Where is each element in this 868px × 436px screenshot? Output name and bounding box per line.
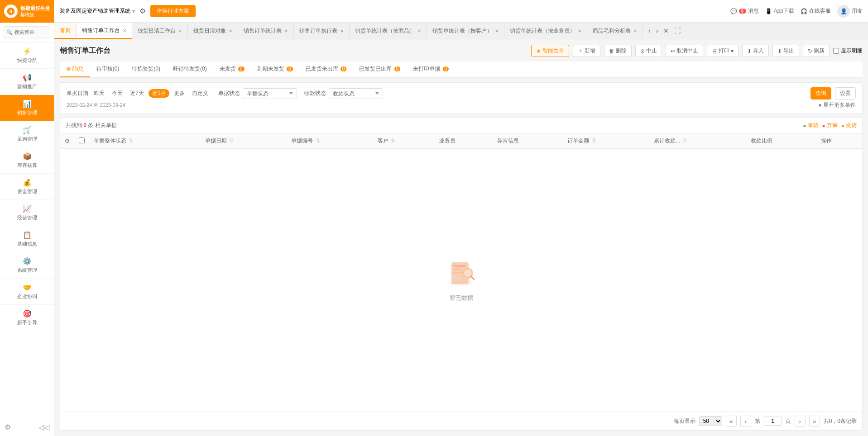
payment-filter-select[interactable]: 收款状态 [329, 88, 383, 99]
tab-sales-by-product[interactable]: 销货单统计表（按商品） ✕ [350, 23, 427, 39]
tab-close-icon[interactable]: ✕ [229, 28, 232, 33]
sort-icon[interactable]: ⇅ [592, 137, 596, 144]
app-download-item[interactable]: 📱 App下载 [765, 7, 794, 15]
unaudit-action-btn[interactable]: ● 弃审 [822, 122, 838, 129]
select-all-checkbox[interactable] [79, 137, 85, 143]
import-button[interactable]: ⬆ 导入 [742, 45, 769, 57]
sidebar-item-label: 销售管理 [17, 109, 37, 116]
smart-gen-button[interactable]: ★ 智能生单 [531, 45, 569, 57]
tabs-scroll-right-icon[interactable]: › [654, 26, 660, 35]
sub-tab-label: 未发货 [220, 66, 236, 72]
tab-close-icon[interactable]: ✕ [340, 28, 344, 33]
tab-cash-daily[interactable]: 钱货日清工作台 ✕ [132, 23, 188, 39]
first-page-button[interactable]: « [726, 416, 737, 427]
date-btn-1month[interactable]: 近1月 [149, 89, 170, 98]
sidebar-item-cooperation[interactable]: 🤝 企业协同 [0, 279, 54, 305]
sidebar-item-sales[interactable]: 📊 销售管理 [0, 95, 54, 121]
sort-icon[interactable]: ⇅ [391, 137, 395, 144]
date-btn-7days[interactable]: 近7天 [127, 89, 147, 98]
date-btn-custom[interactable]: 自定义 [189, 89, 211, 98]
sub-tab-shipped-not-out[interactable]: 已发货未出库 0 [299, 62, 353, 77]
sidebar-item-marketing[interactable]: 📢 营销推广 [0, 69, 54, 95]
sidebar-item-operations[interactable]: 📈 经营管理 [0, 200, 54, 226]
tab-sales-stats[interactable]: 销售订单统计表 ✕ [238, 23, 294, 39]
message-item[interactable]: 💬 6 消息 [730, 7, 759, 15]
tab-sales-by-staff[interactable]: 销货单统计表（按业务员） ✕ [504, 23, 587, 39]
sidebar-item-purchase[interactable]: 🛒 采购管理 [0, 121, 54, 147]
sidebar-item-finance[interactable]: 💰 资金管理 [0, 174, 54, 200]
online-service-item[interactable]: 🎧 在线客服 [801, 7, 831, 15]
settings-filter-button[interactable]: 设置 [835, 87, 856, 100]
topbar-settings-icon[interactable]: ⚙ [139, 7, 146, 15]
date-btn-yesterday[interactable]: 昨天 [91, 89, 107, 98]
last-page-button[interactable]: » [809, 416, 820, 427]
tab-close-icon[interactable]: ✕ [284, 28, 288, 33]
tab-sales-workbench[interactable]: 销售订单工作台 ✕ [77, 23, 132, 39]
export-button[interactable]: ⬇ 导出 [772, 45, 799, 57]
sort-icon[interactable]: ⇅ [316, 137, 320, 144]
horizontal-scrollbar[interactable] [60, 406, 862, 412]
sub-tab-not-printed[interactable]: 未打印单据 0 [407, 62, 455, 77]
tabs-maximize-icon[interactable]: ⛶ [672, 26, 682, 35]
date-btn-today[interactable]: 今天 [109, 89, 125, 98]
col-checkbox[interactable] [74, 133, 89, 149]
sort-icon[interactable]: ⇅ [682, 137, 687, 144]
tabs-close-all-icon[interactable]: ✕ [662, 26, 671, 35]
tab-sales-by-customer[interactable]: 销货单统计表（按客户） ✕ [427, 23, 504, 39]
tab-close-icon[interactable]: ✕ [123, 28, 126, 33]
filter-date-range: 昨天 今天 近7天 近1月 更多 自定义 [91, 89, 211, 98]
sub-tab-all[interactable]: 全部(0) [60, 62, 90, 77]
sub-tab-pending-review[interactable]: 待审核(0) [90, 62, 126, 77]
delete-button[interactable]: 🗑 删除 [604, 45, 632, 57]
sidebar-item-system[interactable]: ⚙️ 系统管理 [0, 252, 54, 279]
page-number-input[interactable] [764, 417, 782, 426]
print-button[interactable]: 🖨 打印 ▾ [707, 45, 739, 57]
tab-close-icon[interactable]: ✕ [495, 28, 499, 33]
review-action-btn[interactable]: ● 审核 [803, 122, 818, 129]
system-title-dropdown[interactable]: 装备及固定资产辅助管理系统 ▾ [60, 7, 135, 15]
tab-close-icon[interactable]: ✕ [633, 28, 637, 33]
sidebar-item-label: 采购管理 [17, 136, 37, 142]
refresh-button[interactable]: ↻ 刷新 [803, 45, 830, 57]
sub-tab-wangpu[interactable]: 旺铺待发货(0) [167, 62, 213, 77]
suspend-button[interactable]: ⊘ 中止 [635, 45, 662, 57]
expand-filter-btn[interactable]: ▾ 展开更多条件 [819, 101, 856, 109]
col-settings-icon[interactable]: ⚙ [65, 138, 70, 144]
sort-icon[interactable]: ⇅ [229, 137, 234, 144]
settings-icon[interactable]: ⚙ [5, 423, 11, 431]
tab-home[interactable]: 首页 [54, 23, 77, 39]
page-size-select[interactable]: 50 10 20 100 [699, 416, 722, 426]
sub-tab-pending-inspect[interactable]: 待拣验货(0) [125, 62, 167, 77]
sidebar-item-basic-info[interactable]: 📋 基础信息 [0, 226, 54, 252]
trial-button[interactable]: 体验行业方案 [150, 5, 196, 17]
ship-action-btn[interactable]: ● 发货 [841, 122, 857, 129]
sub-tab-shipped-out[interactable]: 已发货已出库 0 [353, 62, 407, 77]
sort-icon[interactable]: ⇅ [129, 137, 133, 144]
prev-page-button[interactable]: ‹ [740, 416, 751, 427]
cancel-suspend-button[interactable]: ↩ 取消中止 [666, 45, 703, 57]
query-button[interactable]: 查询 [810, 87, 831, 100]
status-filter-select[interactable]: 单据状态 [243, 88, 297, 99]
user-item[interactable]: 👤 用友 [837, 5, 863, 18]
col-number: 单据编号 ⇅ [287, 133, 373, 149]
sidebar-item-inventory[interactable]: 📦 库存核算 [0, 147, 54, 174]
collapse-icon[interactable]: ◁◁ [38, 423, 49, 431]
search-menu-button[interactable]: 🔍 搜索菜单 [4, 26, 50, 38]
sub-tab-not-shipped[interactable]: 未发货 0 [213, 62, 251, 77]
next-page-button[interactable]: › [795, 416, 806, 427]
tab-close-icon[interactable]: ✕ [417, 28, 421, 33]
show-detail-checkbox[interactable] [833, 48, 839, 54]
tab-close-icon[interactable]: ✕ [178, 28, 182, 33]
tab-cash-reconcile[interactable]: 钱货日清对账 ✕ [188, 23, 238, 39]
sidebar-item-guide[interactable]: 🎯 新手引导 [0, 305, 54, 331]
date-btn-more[interactable]: 更多 [171, 89, 187, 98]
sidebar-item-quick-nav[interactable]: ⚡ 快捷导航 [0, 43, 54, 69]
col-settings[interactable]: ⚙ [60, 133, 74, 149]
show-detail-label[interactable]: 显示明细 [833, 47, 863, 55]
sub-tab-overdue-not-shipped[interactable]: 到期未发货 0 [251, 62, 299, 77]
add-button[interactable]: ＋ 新增 [573, 45, 600, 57]
tab-gross-margin[interactable]: 商品毛利分析表 ✕ [587, 23, 643, 39]
tab-close-icon[interactable]: ✕ [578, 28, 581, 33]
tabs-scroll-left-icon[interactable]: ‹ [647, 26, 652, 35]
tab-sales-exec[interactable]: 销售订单执行表 ✕ [294, 23, 350, 39]
